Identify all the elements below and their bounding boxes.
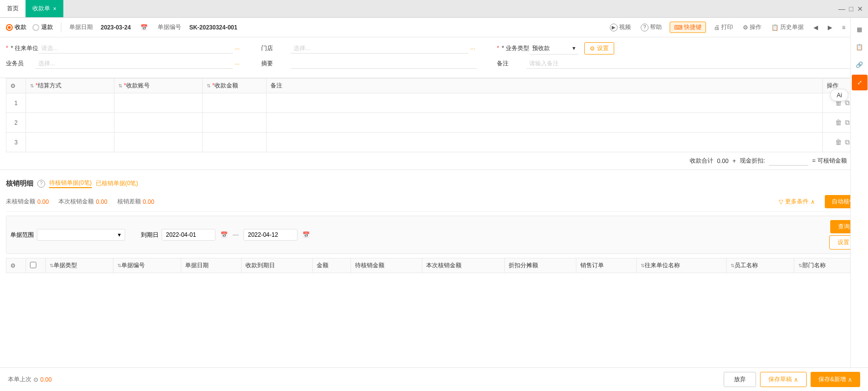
history-btn[interactable]: 📋 历史单据 <box>769 22 806 32</box>
pending-tab[interactable]: 待核销单据(0笔) <box>49 179 92 188</box>
row-1-account[interactable] <box>114 93 203 113</box>
range-dropdown[interactable]: ▾ <box>37 229 125 241</box>
tab-close-icon[interactable]: × <box>53 5 56 12</box>
row-1-amount[interactable] <box>203 93 267 113</box>
row-2-account[interactable] <box>114 113 203 133</box>
nav-next-icon[interactable]: ▶ <box>826 23 834 32</box>
select-all-checkbox[interactable] <box>30 262 36 268</box>
main-content: 收款 退款 单据日期 2023-03-24 📅 单据编号 SK-20230324… <box>0 18 868 391</box>
refund-radio[interactable]: 退款 <box>32 23 53 31</box>
maximize-icon[interactable]: □ <box>849 5 853 13</box>
business-type-dropdown[interactable]: 预收款 ▾ <box>529 43 578 55</box>
tab-home-label: 首页 <box>7 4 19 13</box>
completed-tab[interactable]: 已核销单据(0笔) <box>96 179 138 188</box>
date-end-input[interactable] <box>244 229 298 241</box>
date-separator: — <box>233 231 239 238</box>
history-label: 历史单据 <box>780 23 804 31</box>
form-row-1: * * 往来单位 ··· 门店 ··· * * 业务类型 <box>6 42 862 55</box>
store-input[interactable] <box>291 43 468 54</box>
row-2-delete-icon[interactable]: 🗑 <box>835 118 842 127</box>
row-2-copy-icon[interactable]: ⧉ <box>845 118 850 127</box>
unchecked-amount: 未核销金额 0.00 <box>6 197 49 206</box>
verification-info-icon[interactable]: ? <box>37 180 45 188</box>
range-label: 单据范围 <box>10 231 34 239</box>
abandon-button[interactable]: 放弃 <box>724 372 756 387</box>
current-info-icon[interactable]: ⊙ <box>33 376 38 383</box>
row-3-copy-icon[interactable]: ⧉ <box>845 138 850 146</box>
operation-btn[interactable]: ⚙ 操作 <box>741 22 763 32</box>
row-3-note[interactable] <box>267 133 823 152</box>
discount-label: 现金折扣: <box>740 157 765 165</box>
col-amount-b: 金额 <box>313 258 351 273</box>
tab-bar: 首页 收款单 × — □ ✕ <box>0 0 868 18</box>
current-label: 本次核销金额 <box>58 197 94 206</box>
row-1-settlement[interactable] <box>26 93 114 113</box>
single-no-label: 单据编号 <box>158 23 181 31</box>
table-gear-icon[interactable]: ⚙ <box>10 83 16 89</box>
video-label: 视频 <box>619 23 631 31</box>
tab-home[interactable]: 首页 <box>0 0 26 17</box>
video-icon: ▶ <box>610 24 618 31</box>
row-3-settlement[interactable] <box>26 133 114 152</box>
tab-receipt[interactable]: 收款单 × <box>26 0 63 17</box>
sidebar-expand-icon[interactable]: ⤢ <box>852 75 868 90</box>
help-icon: ? <box>641 24 649 31</box>
diff-label: 核销差额 <box>117 197 141 206</box>
settings-button[interactable]: ⚙ 设置 <box>584 42 614 55</box>
more-conditions-btn[interactable]: ▽ 更多条件 ∧ <box>779 197 815 206</box>
discount-input[interactable] <box>769 156 808 166</box>
print-btn[interactable]: 🖨 打印 <box>712 22 735 32</box>
nav-list-icon[interactable]: ≡ <box>840 23 847 32</box>
row-2-settlement[interactable] <box>26 113 114 133</box>
operation-label: 操作 <box>750 23 761 31</box>
ai-badge-label: Ai <box>837 92 842 99</box>
row-1-note[interactable] <box>267 93 823 113</box>
due-date-field: 到期日 📅 — 📅 <box>141 229 310 241</box>
nav-prev-icon[interactable]: ◀ <box>812 23 820 32</box>
receipt-radio[interactable]: 收款 <box>6 23 27 31</box>
video-btn[interactable]: ▶ 视频 <box>608 22 633 32</box>
shortcut-btn[interactable]: ⌨ 快捷键 <box>670 22 706 33</box>
range-chevron-icon: ▾ <box>118 231 121 238</box>
divider-1 <box>61 23 61 32</box>
gear-icon: ⚙ <box>590 45 595 52</box>
row-3-delete-icon[interactable]: 🗑 <box>835 138 842 146</box>
row-3-amount[interactable] <box>203 133 267 152</box>
save-draft-chevron-icon: ∧ <box>794 376 798 383</box>
ai-badge[interactable]: Ai <box>830 89 848 101</box>
counterpart-input[interactable] <box>38 43 233 54</box>
current-value: 0.00 <box>40 376 52 383</box>
row-3-account[interactable] <box>114 133 203 152</box>
save-new-chevron-icon: ∧ <box>848 376 852 383</box>
date-start-input[interactable] <box>162 229 216 241</box>
save-new-button[interactable]: 保存&新增 ∧ <box>811 372 860 387</box>
sidebar-table-icon[interactable]: ▦ <box>852 22 868 37</box>
save-draft-button[interactable]: 保存草稿 ∧ <box>760 372 807 387</box>
row-2-note[interactable] <box>267 113 823 133</box>
store-field: 门店 ··· <box>261 43 477 54</box>
note-input[interactable] <box>526 58 862 69</box>
shortcut-icon: ⌨ <box>674 24 682 31</box>
calendar-icon[interactable]: 📅 <box>138 23 150 32</box>
close-icon[interactable]: ✕ <box>857 5 863 13</box>
bottom-table-gear-icon[interactable]: ⚙ <box>10 262 16 269</box>
staff-input[interactable] <box>35 58 233 69</box>
sidebar-clipboard-icon[interactable]: 📋 <box>852 39 868 55</box>
right-sidebar: ▦ 📋 🔗 ⤢ <box>850 18 868 371</box>
pending-tab-label: 待核销单据(0笔) <box>49 179 92 187</box>
single-no-value: SK-20230324-001 <box>189 24 237 31</box>
calendar-end-icon[interactable]: 📅 <box>302 231 310 238</box>
col-type: ⇅单据类型 <box>46 258 113 273</box>
counterpart-ellipsis[interactable]: ··· <box>233 45 242 52</box>
table-row: 1 🗑 ⧉ <box>6 93 862 113</box>
sidebar-link-icon[interactable]: 🔗 <box>852 57 868 73</box>
minimize-icon[interactable]: — <box>839 5 845 13</box>
store-ellipsis[interactable]: ··· <box>468 45 477 52</box>
summary-input[interactable] <box>291 58 477 69</box>
table-row: 3 🗑 ⧉ <box>6 133 862 152</box>
col-note: 备注 <box>267 79 823 93</box>
calendar-start-icon[interactable]: 📅 <box>220 231 228 238</box>
staff-ellipsis[interactable]: ··· <box>233 60 242 67</box>
help-btn[interactable]: ? 帮助 <box>639 22 664 32</box>
row-2-amount[interactable] <box>203 113 267 133</box>
